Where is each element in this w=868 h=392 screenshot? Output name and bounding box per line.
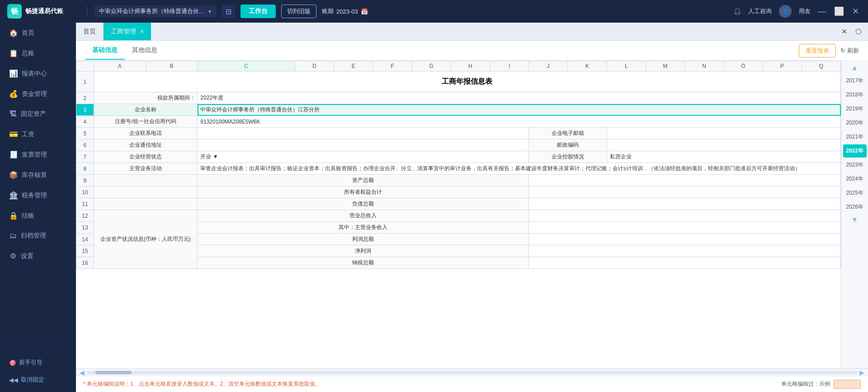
col-m[interactable]: M [646,61,684,72]
row9-label [94,175,198,186]
horizontal-scrollbar[interactable]: ◀ ▶ [76,368,868,376]
tab-other-label: 其他信息 [132,46,157,53]
row12-value[interactable] [529,210,841,222]
col-b[interactable]: B [146,61,198,72]
sidebar-item-ledger[interactable]: 📋 总账 [0,43,76,63]
pin-item[interactable]: ◀◀ 取消固定 [0,371,76,388]
refresh-label: 刷新 [847,47,859,55]
col-d[interactable]: D [295,61,334,72]
year-2021[interactable]: 2021年 [843,130,867,143]
col-h[interactable]: H [451,61,490,72]
row5-email-value[interactable] [607,128,840,139]
tab-basic-info[interactable]: 基础信息 [85,42,125,60]
row9-value[interactable] [529,175,841,186]
hint-text: * 单元格编辑说明：1、点击单元格直接录入数值或文本。2、清空单元格数值或文本恢… [83,380,321,388]
row10-value[interactable] [529,186,841,198]
row16-value[interactable] [529,257,841,269]
sidebar-item-settings[interactable]: ⚙ 设置 [0,246,76,266]
row5-phone[interactable] [198,128,529,139]
row11-label [94,198,198,210]
calendar-icon[interactable]: 📅 [361,8,368,15]
oldver-button[interactable]: 切到旧版 [281,5,316,18]
scroll-track[interactable] [86,371,858,374]
row-num-3: 3 [76,104,94,116]
col-p[interactable]: P [763,61,802,72]
col-e[interactable]: E [334,61,373,72]
scroll-thumb[interactable] [95,371,132,374]
maximize-icon[interactable]: ⬜ [832,6,846,16]
year-2024[interactable]: 2024年 [843,172,867,186]
year-2025[interactable]: 2025年 [843,186,867,200]
year-2026[interactable]: 2026年 [843,201,867,214]
col-i[interactable]: I [490,61,528,72]
col-n[interactable]: N [685,61,724,72]
scroll-right-icon[interactable]: ▶ [858,369,866,376]
col-c[interactable]: C [198,61,295,72]
year-2018[interactable]: 2018年 [843,88,867,101]
row-num-1: 1 [76,72,94,92]
sidebar-item-tax[interactable]: 🏦 税务管理 [0,185,76,206]
year-2019[interactable]: 2019年 [843,102,867,115]
reset-report-button[interactable]: 重置报表 [799,44,836,57]
sidebar-item-reports[interactable]: 📊 报表中心 [0,63,76,84]
company-selector[interactable]: 中审众环会计师事务所（特殊普通合伙… ▼ [94,5,217,17]
sidebar-label-fixed: 固定资产 [21,110,46,118]
tab-industrial[interactable]: 工商管理 × [104,23,151,40]
col-a[interactable]: A [94,61,146,72]
workbench-button[interactable]: 工作台 [241,5,276,18]
row7-status[interactable]: 开业 ▼ [198,151,529,163]
year-2023[interactable]: 2023年 [843,158,867,172]
sidebar-item-invoice[interactable]: 🧾 发票管理 [0,144,76,165]
tab-other-info[interactable]: 其他信息 [125,42,165,60]
close-icon[interactable]: ✕ [850,6,861,16]
col-o[interactable]: O [724,61,763,72]
scroll-left-icon[interactable]: ◀ [78,369,86,376]
year-down-icon[interactable]: ▼ [843,215,867,225]
sidebar-item-home[interactable]: 🏠 首页 [0,23,76,43]
col-j[interactable]: J [529,61,568,72]
sidebar-item-inventory[interactable]: 📦 库存核算 [0,165,76,185]
copy-button[interactable]: ⊟ [222,5,235,18]
corner-cell [76,61,94,72]
year-sidebar: ▲ 2017年 2018年 2019年 2020年 2021年 2022年 20… [841,61,868,368]
row3-value[interactable]: 中审众环会计师事务所（特殊普通合伙）江苏分所 [198,104,841,116]
row7-ctrl-value[interactable]: 私营企业 [607,151,840,163]
year-2020[interactable]: 2020年 [843,116,867,129]
row14-value[interactable] [529,234,841,245]
sidebar-item-wages[interactable]: 💳 工资 [0,124,76,144]
spreadsheet-main[interactable]: A B C D E F G H I J K L [76,61,841,368]
row5-label: 企业联系电话 [94,128,198,139]
row13-value[interactable] [529,222,841,234]
sidebar-label-settings: 设置 [21,252,33,260]
sidebar-item-fixed[interactable]: 🏗 固定资产 [0,104,76,124]
row8-value[interactable]: 审查企业会计报表；出具审计报告；验证企业资本；出具验资报告；办理企业合开、分立、… [198,163,841,175]
row15-value[interactable] [529,245,841,257]
year-up-icon[interactable]: ▲ [843,62,867,73]
sidebar-item-fund[interactable]: 💰 资金管理 [0,84,76,104]
pane-expand-icon[interactable]: ⬡ [854,27,863,36]
new-guide-item[interactable]: 🎯 新手引导 [0,354,76,371]
table-row: 2 税款所属期间： 2022年度 [76,92,841,104]
col-l[interactable]: L [607,61,646,72]
col-k[interactable]: K [568,61,607,72]
minimize-icon[interactable]: — [816,7,828,16]
year-2017[interactable]: 2017年 [843,74,867,87]
tab-close-icon[interactable]: × [140,28,144,36]
logo-area: 畅 畅捷通易代账 [7,4,80,19]
col-g[interactable]: G [412,61,451,72]
consult-label[interactable]: 人工咨询 [748,7,772,15]
sidebar-item-archive[interactable]: 🗂 归档管理 [0,226,76,246]
col-q[interactable]: Q [802,61,840,72]
table-row: 12 企业资产状况信息(币种：人民币万元) 营业总收入 [76,210,841,222]
pane-close-icon[interactable]: ✕ [840,27,849,36]
sidebar-item-close[interactable]: 🔒 结账 [0,206,76,226]
row2-value[interactable]: 2022年度 [198,92,841,104]
year-2022[interactable]: 2022年 [843,144,867,158]
tab-home[interactable]: 首页 [76,23,104,40]
col-f[interactable]: F [373,61,412,72]
row6-address[interactable] [198,139,529,151]
row6-zip-value[interactable] [607,139,840,151]
row11-value[interactable] [529,198,841,210]
row4-value[interactable]: 91320100MA208E5W6K [198,116,841,128]
refresh-button[interactable]: ↻ 刷新 [840,47,859,55]
